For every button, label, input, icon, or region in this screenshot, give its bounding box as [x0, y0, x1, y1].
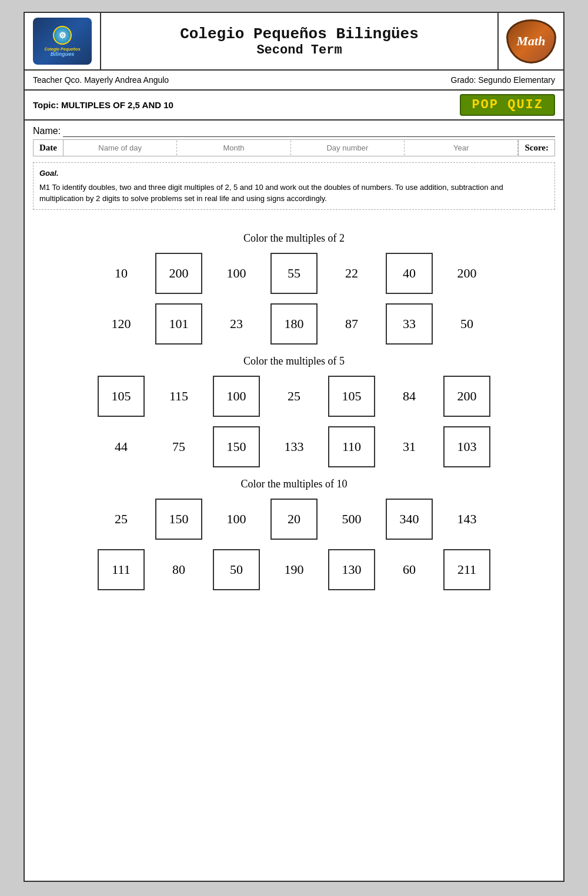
- number-item: 50: [213, 549, 260, 590]
- goal-text: M1 To identify doubles, two and three di…: [39, 182, 549, 205]
- score-label: Score:: [518, 140, 554, 156]
- multiples-of-2-row2: 12010123180873350: [48, 303, 540, 345]
- number-item: 150: [213, 426, 260, 467]
- number-item: 87: [328, 303, 375, 345]
- number-item: 130: [328, 549, 375, 590]
- name-input-line[interactable]: [63, 125, 555, 137]
- year-field[interactable]: Year: [405, 141, 518, 155]
- math-badge-text: Math: [506, 19, 556, 63]
- number-item: 190: [270, 549, 318, 590]
- teacher-info: Teacher Qco. Mayerly Andrea Angulo: [33, 75, 294, 85]
- number-item: 23: [213, 303, 260, 345]
- number-item: 50: [443, 303, 490, 345]
- grado-info: Grado: Segundo Elementary: [294, 75, 555, 85]
- content-area: Color the multiples of 2 102001005522402…: [25, 216, 563, 606]
- multiples-of-5-title: Color the multiples of 5: [48, 355, 540, 367]
- school-name: Colegio Pequeños Bilingües: [180, 25, 419, 43]
- info-row: Teacher Qco. Mayerly Andrea Angulo Grado…: [25, 71, 563, 91]
- multiples-of-5-row2: 447515013311031103: [48, 426, 540, 467]
- name-label: Name:: [33, 126, 61, 136]
- math-logo: Math: [499, 13, 563, 69]
- number-item: 103: [443, 426, 490, 467]
- number-item: 40: [386, 253, 433, 294]
- multiples-of-10-row2: 111805019013060211: [48, 549, 540, 590]
- number-item: 500: [328, 499, 375, 540]
- number-item: 80: [155, 549, 202, 590]
- number-item: 22: [328, 253, 375, 294]
- number-item: 133: [270, 426, 318, 467]
- number-item: 180: [270, 303, 318, 345]
- multiples-of-2-row1: 10200100552240200: [48, 253, 540, 294]
- date-label: Date: [34, 140, 64, 156]
- number-item: 55: [270, 253, 318, 294]
- number-item: 31: [386, 426, 433, 467]
- number-item: 25: [270, 376, 318, 417]
- number-item: 75: [155, 426, 202, 467]
- number-item: 100: [213, 253, 260, 294]
- number-item: 100: [213, 376, 260, 417]
- number-item: 200: [155, 253, 202, 294]
- topic-row: Topic: MULTIPLES OF 2,5 AND 10 POP QUIZ: [25, 91, 563, 121]
- header: ⚙ Colegio Pequeños Bilingues Colegio Peq…: [25, 13, 563, 71]
- number-item: 200: [443, 253, 490, 294]
- multiples-of-10-title: Color the multiples of 10: [48, 478, 540, 490]
- page: ⚙ Colegio Pequeños Bilingues Colegio Peq…: [24, 12, 564, 882]
- number-item: 120: [98, 303, 145, 345]
- goal-title: Goal.: [39, 168, 549, 179]
- school-logo: ⚙ Colegio Pequeños Bilingues: [25, 13, 101, 69]
- date-row: Date Name of day Month Day number Year S…: [33, 139, 555, 156]
- multiples-of-10-row1: 2515010020500340143: [48, 499, 540, 540]
- number-item: 110: [328, 426, 375, 467]
- day-number-field[interactable]: Day number: [291, 141, 405, 155]
- number-item: 115: [155, 376, 202, 417]
- logo-text2: Bilingues: [51, 51, 75, 57]
- topic-label: Topic: MULTIPLES OF 2,5 AND 10: [33, 100, 460, 110]
- number-item: 33: [386, 303, 433, 345]
- number-item: 200: [443, 376, 490, 417]
- number-item: 25: [98, 499, 145, 540]
- number-item: 84: [386, 376, 433, 417]
- multiples-of-5-row1: 1051151002510584200: [48, 376, 540, 417]
- pop-quiz-badge: POP QUIZ: [460, 94, 555, 116]
- goal-section: Goal. M1 To identify doubles, two and th…: [33, 162, 555, 210]
- month-field[interactable]: Month: [177, 141, 290, 155]
- multiples-of-2-title: Color the multiples of 2: [48, 232, 540, 245]
- name-of-day-field[interactable]: Name of day: [64, 141, 177, 155]
- number-item: 20: [270, 499, 318, 540]
- number-item: 150: [155, 499, 202, 540]
- number-item: 101: [155, 303, 202, 345]
- term-label: Second Term: [256, 43, 342, 58]
- number-item: 60: [386, 549, 433, 590]
- logo-text1: Colegio Pequeños: [44, 47, 80, 51]
- school-title: Colegio Pequeños Bilingües Second Term: [101, 13, 499, 69]
- number-item: 100: [213, 499, 260, 540]
- number-item: 105: [98, 376, 145, 417]
- logo-circle-icon: ⚙: [53, 26, 72, 45]
- number-item: 143: [443, 499, 490, 540]
- number-item: 340: [386, 499, 433, 540]
- number-item: 105: [328, 376, 375, 417]
- number-item: 111: [98, 549, 145, 590]
- number-item: 10: [98, 253, 145, 294]
- name-row: Name:: [25, 121, 563, 139]
- number-item: 211: [443, 549, 490, 590]
- number-item: 44: [98, 426, 145, 467]
